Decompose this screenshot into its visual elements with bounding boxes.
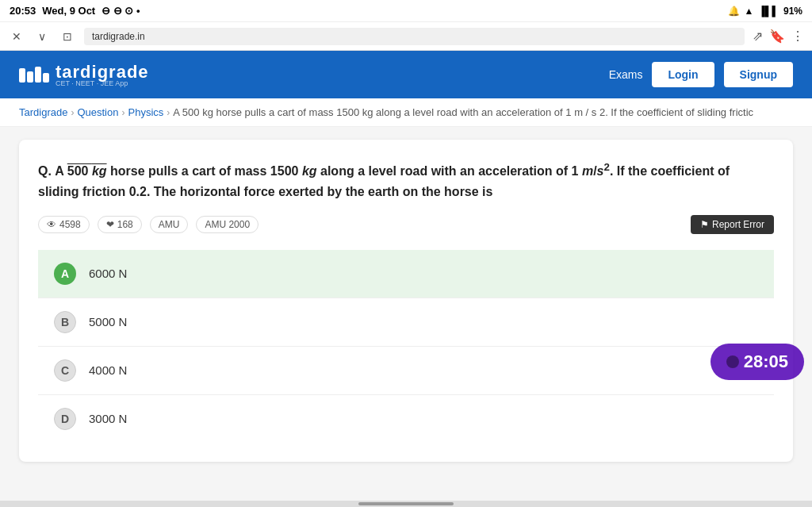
tag-amu: AMU bbox=[150, 216, 189, 233]
status-bar: 20:53 Wed, 9 Oct ⊖ ⊖ ⊙ • 🔔 ▲ ▐▌▌ 91% bbox=[0, 0, 812, 22]
heart-icon: ❤ bbox=[106, 219, 114, 230]
exams-link[interactable]: Exams bbox=[609, 68, 643, 81]
report-label: Report Error bbox=[712, 219, 764, 230]
likes-badge: ❤ 168 bbox=[98, 216, 142, 233]
option-label-a: A bbox=[54, 263, 76, 285]
browser-nav: ✕ ∨ ⊡ tardigrade.in ⇗ 🔖 ⋮ bbox=[0, 22, 812, 51]
signal-icon: ▲ bbox=[745, 6, 754, 17]
breadcrumb: Tardigrade › Question › Physics › A 500 … bbox=[0, 98, 812, 127]
option-text-c: 4000 N bbox=[89, 363, 127, 377]
question-meta: 👁 4598 ❤ 168 AMU AMU 2000 ⚑ Report Error bbox=[38, 215, 774, 234]
tag-amu2000: AMU 2000 bbox=[196, 216, 259, 233]
wifi-icon: 🔔 bbox=[728, 6, 740, 17]
flag-icon: ⚑ bbox=[700, 219, 709, 230]
breadcrumb-physics[interactable]: Physics bbox=[128, 106, 163, 118]
question-prefix: Q. bbox=[38, 164, 52, 178]
views-count: 4598 bbox=[59, 219, 81, 230]
nav-close[interactable]: ✕ bbox=[8, 28, 25, 45]
main-content: Q. A 500 kg horse pulls a cart of mass 1… bbox=[0, 127, 812, 474]
timer-value: 28:05 bbox=[744, 351, 788, 372]
option-text-d: 3000 N bbox=[89, 412, 127, 425]
nav-tabs[interactable]: ⊡ bbox=[59, 28, 76, 45]
breadcrumb-current: A 500 kg horse pulls a cart of mass 1500… bbox=[173, 106, 753, 118]
signup-button[interactable]: Signup bbox=[724, 62, 793, 87]
option-text-a: 6000 N bbox=[89, 267, 127, 280]
acceleration: 1 m/s2 bbox=[572, 164, 610, 178]
coeff: 0.2 bbox=[129, 185, 147, 198]
eye-icon: 👁 bbox=[47, 219, 56, 230]
timer-widget: 28:05 bbox=[710, 344, 804, 380]
scrollbar-thumb bbox=[358, 502, 454, 505]
status-date: Wed, 9 Oct bbox=[42, 5, 95, 17]
menu-icon[interactable]: ⋮ bbox=[791, 29, 804, 44]
nav-back[interactable]: ∨ bbox=[33, 28, 51, 45]
option-b[interactable]: B 5000 N bbox=[38, 298, 774, 347]
status-time: 20:53 bbox=[10, 5, 36, 17]
scrollbar[interactable] bbox=[0, 501, 812, 507]
logo-icon bbox=[19, 67, 49, 83]
option-d[interactable]: D 3000 N bbox=[38, 395, 774, 443]
mass1: 500 kg bbox=[67, 164, 107, 178]
likes-count: 168 bbox=[117, 219, 133, 230]
views-badge: 👁 4598 bbox=[38, 216, 90, 233]
option-label-c: C bbox=[54, 359, 76, 382]
logo[interactable]: tardigrade CET · NEET · JEE App bbox=[19, 62, 149, 87]
option-label-d: D bbox=[54, 408, 76, 430]
url-bar[interactable]: tardigrade.in bbox=[84, 28, 745, 45]
share-icon[interactable]: ⇗ bbox=[753, 29, 763, 44]
options-list: A 6000 N B 5000 N C 4000 N D 3000 N bbox=[38, 250, 774, 443]
report-error-button[interactable]: ⚑ Report Error bbox=[691, 215, 774, 234]
question-text: Q. A 500 kg horse pulls a cart of mass 1… bbox=[38, 159, 774, 202]
login-button[interactable]: Login bbox=[652, 62, 714, 87]
mass2: 1500 kg bbox=[270, 164, 317, 178]
timer-dot bbox=[726, 355, 739, 368]
breadcrumb-home[interactable]: Tardigrade bbox=[19, 106, 67, 118]
breadcrumb-question[interactable]: Question bbox=[77, 106, 118, 118]
site-header: tardigrade CET · NEET · JEE App Exams Lo… bbox=[0, 51, 812, 98]
option-a[interactable]: A 6000 N bbox=[38, 250, 774, 298]
status-icons: ⊖ ⊖ ⊙ • bbox=[102, 5, 140, 17]
option-label-b: B bbox=[54, 311, 76, 333]
signal-bars: ▐▌▌ bbox=[758, 6, 779, 17]
option-text-b: 5000 N bbox=[89, 315, 127, 328]
bookmark-icon[interactable]: 🔖 bbox=[769, 29, 785, 44]
option-c[interactable]: C 4000 N bbox=[38, 347, 774, 395]
battery-level: 91% bbox=[783, 6, 802, 17]
question-card: Q. A 500 kg horse pulls a cart of mass 1… bbox=[19, 140, 793, 462]
